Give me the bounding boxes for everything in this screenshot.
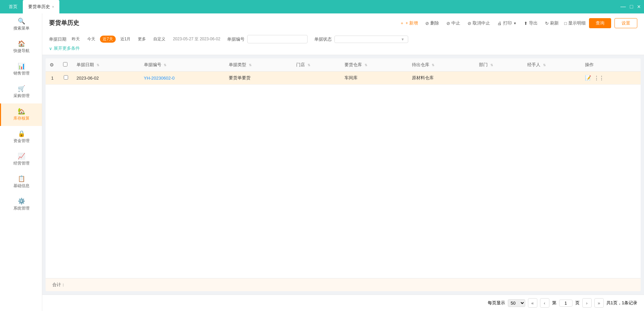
page-suffix-label: 页 xyxy=(575,300,580,306)
row-dept xyxy=(475,72,523,85)
last-page-button[interactable]: » xyxy=(594,298,604,308)
expand-icon: ∨ xyxy=(49,46,52,51)
order-status-filter: 单据状态 ▼ xyxy=(314,36,408,43)
show-detail-button[interactable]: □ 显示明细 xyxy=(564,20,586,26)
settings-button[interactable]: 设置 xyxy=(614,18,637,28)
row-checkbox[interactable] xyxy=(64,75,68,80)
page-title: 要货单历史 xyxy=(49,19,79,27)
date-btn-more[interactable]: 更多 xyxy=(135,36,149,43)
print-arrow: ▼ xyxy=(513,21,517,25)
tab-history[interactable]: 要货单历史 × xyxy=(23,0,59,13)
row-req-warehouse: 车间库 xyxy=(340,72,408,85)
next-page-button[interactable]: › xyxy=(582,298,592,308)
row-edit-icon[interactable]: 📝 xyxy=(585,75,591,81)
prev-page-button[interactable]: ‹ xyxy=(540,298,549,308)
tab-home[interactable]: 首页 xyxy=(3,0,23,13)
filter-row: 单据日期 昨天 今天 近7天 近1月 更多 自定义 2023-05-27 至 2… xyxy=(49,35,637,43)
sidebar-item-search[interactable]: 🔍 搜索菜单 xyxy=(0,13,42,36)
row-type: 要货单要货 xyxy=(225,72,292,85)
date-filter-item: 单据日期 昨天 今天 近7天 近1月 更多 自定义 2023-05-27 至 2… xyxy=(49,36,220,43)
date-col-header[interactable]: 单据日期 ⇅ xyxy=(72,58,140,72)
sidebar-item-inventory[interactable]: 🏡 库存核算 xyxy=(0,103,42,126)
order-num-input[interactable] xyxy=(247,35,308,43)
req-warehouse-col-header[interactable]: 要货仓库 ⇅ xyxy=(340,58,408,72)
window-minimize[interactable]: — xyxy=(621,4,626,10)
num-col-header[interactable]: 单据编号 ⇅ xyxy=(140,58,225,72)
date-btn-custom[interactable]: 自定义 xyxy=(151,36,168,43)
date-btn-1month[interactable]: 近1月 xyxy=(118,36,133,43)
page-number-input[interactable] xyxy=(559,300,573,307)
type-col-header[interactable]: 单据类型 ⇅ xyxy=(225,58,292,72)
order-status-select[interactable]: ▼ xyxy=(334,36,408,43)
date-col-label: 单据日期 xyxy=(76,62,94,67)
row-checkbox-cell[interactable] xyxy=(59,72,72,85)
date-filter-label: 单据日期 xyxy=(49,36,66,42)
next-page-icon: › xyxy=(586,301,587,306)
per-page-label: 每页显示 xyxy=(488,300,505,306)
sidebar-item-basic[interactable]: 📋 基础信息 xyxy=(0,171,42,193)
req-warehouse-col-label: 要货仓库 xyxy=(344,62,362,67)
order-status-label: 单据状态 xyxy=(314,36,332,42)
window-close[interactable]: × xyxy=(637,3,641,10)
sidebar-item-purchase[interactable]: 🛒 采购管理 xyxy=(0,81,42,103)
tab-list: 首页 要货单历史 × xyxy=(3,0,621,13)
filter-area: 单据日期 昨天 今天 近7天 近1月 更多 自定义 2023-05-27 至 2… xyxy=(49,32,637,55)
expand-more-button[interactable]: ∨ 展开更多条件 xyxy=(49,45,637,51)
settings-icon: ⚙ xyxy=(50,62,54,68)
main-layout: 🔍 搜索菜单 🏠 快捷导航 📊 销售管理 🛒 采购管理 🏡 库存核算 🔒 资金管… xyxy=(0,13,644,311)
table-row: 1 2023-06-02 YH-20230602-0 要货单要货 车间库 原材料… xyxy=(46,72,641,85)
sidebar-item-inventory-label: 库存核算 xyxy=(13,116,30,121)
system-icon: ⚙️ xyxy=(18,198,25,204)
add-button[interactable]: ＋ + 新增 xyxy=(398,19,420,28)
gear-col-header[interactable]: ⚙ xyxy=(46,58,59,72)
sidebar-item-quick-nav[interactable]: 🏠 快捷导航 xyxy=(0,36,42,58)
total-label: 合计： xyxy=(52,282,65,288)
pending-warehouse-col-header[interactable]: 待出仓库 ⇅ xyxy=(408,58,475,72)
delete-button[interactable]: ⊘ 删除 xyxy=(423,19,441,28)
row-pending-warehouse: 原材料仓库 xyxy=(408,72,475,85)
print-button[interactable]: 🖨 打印 ▼ xyxy=(495,19,519,28)
store-col-header[interactable]: 门店 ⇅ xyxy=(292,58,340,72)
sidebar-item-sales[interactable]: 📊 销售管理 xyxy=(0,58,42,81)
per-page-select[interactable]: 10 20 50 100 xyxy=(508,299,525,307)
store-col-label: 门店 xyxy=(296,62,305,67)
sidebar-item-basic-label: 基础信息 xyxy=(13,183,30,189)
checkbox-col-header[interactable] xyxy=(59,58,72,72)
row-order-link[interactable]: YH-20230602-0 xyxy=(144,76,175,81)
handler-col-label: 经手人 xyxy=(527,62,540,67)
sales-icon: 📊 xyxy=(18,63,25,69)
table-header-row: ⚙ 单据日期 ⇅ 单据编号 ⇅ xyxy=(46,58,641,72)
date-btn-yesterday[interactable]: 昨天 xyxy=(69,36,83,43)
export-button[interactable]: ⬆ 导出 xyxy=(522,19,540,28)
row-more-icon[interactable]: ⋮⋮ xyxy=(594,75,604,81)
cancel-stop-button[interactable]: ⊘ 取消中止 xyxy=(466,19,492,28)
print-icon: 🖨 xyxy=(497,21,502,26)
sidebar-item-system[interactable]: ⚙️ 系统管理 xyxy=(0,193,42,216)
page-prefix-label: 第 xyxy=(552,300,556,306)
first-page-icon: « xyxy=(531,301,534,306)
dept-col-header[interactable]: 部门 ⇅ xyxy=(475,58,523,72)
stop-button[interactable]: ⊘ 中止 xyxy=(444,19,462,28)
order-num-label: 单据编号 xyxy=(227,36,245,42)
sidebar-item-finance[interactable]: 🔒 资金管理 xyxy=(0,126,42,148)
delete-label: 删除 xyxy=(430,20,439,26)
cancel-stop-icon: ⊘ xyxy=(468,21,471,26)
finance-icon: 🔒 xyxy=(18,131,25,137)
req-warehouse-sort-icon: ⇅ xyxy=(365,63,367,67)
date-btn-7days[interactable]: 近7天 xyxy=(100,36,116,43)
select-all-checkbox[interactable] xyxy=(63,62,67,66)
sidebar-item-operation[interactable]: 📈 经营管理 xyxy=(0,148,42,171)
row-num-cell: YH-20230602-0 xyxy=(140,72,225,85)
home-icon: 🏠 xyxy=(18,41,25,47)
first-page-button[interactable]: « xyxy=(528,298,537,308)
query-button[interactable]: 查询 xyxy=(589,18,611,28)
date-quick-buttons: 昨天 今天 近7天 近1月 更多 自定义 xyxy=(69,36,168,43)
tab-history-close[interactable]: × xyxy=(52,5,54,9)
sidebar-item-sales-label: 销售管理 xyxy=(13,71,30,76)
window-controls: — □ × xyxy=(621,3,641,10)
window-maximize[interactable]: □ xyxy=(630,4,633,10)
handler-col-header[interactable]: 经手人 ⇅ xyxy=(523,58,581,72)
refresh-button[interactable]: ↻ 刷新 xyxy=(543,19,561,28)
date-btn-today[interactable]: 今天 xyxy=(85,36,98,43)
sidebar-item-system-label: 系统管理 xyxy=(13,206,30,211)
